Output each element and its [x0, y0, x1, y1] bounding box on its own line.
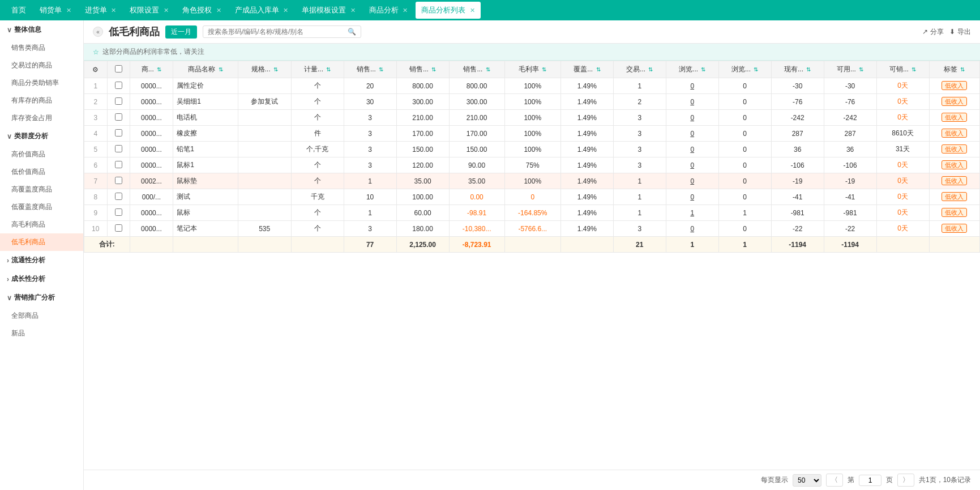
sidebar-item-low-coverage[interactable]: 低覆盖度商品 — [0, 198, 83, 216]
nav-item-products[interactable]: 产成品入库单 ✕ — [229, 2, 294, 19]
nav-item-templates[interactable]: 单据模板设置 ✕ — [296, 2, 361, 19]
close-icon[interactable]: ✕ — [283, 7, 288, 14]
tag-badge: 低收入 — [942, 144, 967, 154]
col-sales-profit[interactable]: 销售... ⇅ — [449, 61, 504, 78]
col-browse1[interactable]: 浏览... ⇅ — [666, 61, 718, 78]
nav-item-purchase[interactable]: 进货单 ✕ — [79, 2, 122, 19]
sidebar-item-traded-goods[interactable]: 交易过的商品 — [0, 57, 83, 74]
row-browse1[interactable]: 0 — [666, 189, 718, 205]
sidebar-item-high-coverage[interactable]: 高覆盖度商品 — [0, 181, 83, 198]
row-check[interactable] — [107, 205, 130, 221]
sidebar-group-marketing[interactable]: ∨ 营销推广分析 — [0, 288, 83, 307]
col-check[interactable] — [107, 61, 130, 78]
row-check[interactable] — [107, 157, 130, 173]
close-icon[interactable]: ✕ — [164, 7, 169, 14]
col-settings[interactable]: ⚙ — [84, 61, 108, 78]
col-browse2[interactable]: 浏览... ⇅ — [718, 61, 771, 78]
sidebar-item-high-margin[interactable]: 高毛利商品 — [0, 216, 83, 233]
col-name[interactable]: 商品名称 ⇅ — [173, 61, 238, 78]
sidebar-group-circulation[interactable]: › 流通性分析 — [0, 251, 83, 270]
row-checkbox[interactable] — [115, 113, 122, 121]
row-checkbox[interactable] — [115, 161, 122, 168]
row-check[interactable] — [107, 110, 130, 126]
nav-item-roles[interactable]: 角色授权 ✕ — [177, 2, 227, 19]
row-browse1[interactable]: 0 — [666, 157, 718, 173]
row-checkbox[interactable] — [115, 82, 122, 89]
row-checkbox[interactable] — [115, 224, 122, 232]
col-code[interactable]: 商... ⇅ — [130, 61, 173, 78]
row-browse1[interactable]: 0 — [666, 173, 718, 189]
close-icon[interactable]: ✕ — [403, 7, 408, 14]
share-button[interactable]: ↗ 分享 — [922, 27, 944, 37]
col-saleable[interactable]: 可销... ⇅ — [876, 61, 929, 78]
row-browse1[interactable]: 1 — [666, 205, 718, 221]
nav-item-home[interactable]: 首页 — [6, 2, 32, 19]
close-icon[interactable]: ✕ — [350, 7, 356, 14]
nav-item-analysis-list[interactable]: 商品分析列表 ✕ — [416, 2, 481, 19]
row-checkbox[interactable] — [115, 177, 122, 184]
sidebar-item-low-value[interactable]: 低价值商品 — [0, 163, 83, 181]
select-all-checkbox[interactable] — [115, 65, 122, 73]
sidebar-item-stock-funds[interactable]: 库存资金占用 — [0, 109, 83, 127]
row-check[interactable] — [107, 221, 130, 237]
row-saleable: 0天 — [876, 78, 929, 94]
row-check[interactable] — [107, 173, 130, 189]
sidebar-item-stocked-goods[interactable]: 有库存的商品 — [0, 92, 83, 109]
row-checkbox[interactable] — [115, 129, 122, 137]
row-checkbox[interactable] — [115, 208, 122, 216]
col-coverage[interactable]: 覆盖... ⇅ — [560, 61, 613, 78]
sidebar-item-category-rate[interactable]: 商品分类助销率 — [0, 74, 83, 92]
row-checkbox[interactable] — [115, 193, 122, 200]
row-check[interactable] — [107, 126, 130, 142]
row-checkbox[interactable] — [115, 145, 122, 152]
close-icon[interactable]: ✕ — [66, 7, 71, 14]
row-coverage: 1.49% — [560, 157, 613, 173]
col-gross-rate[interactable]: 毛利率 ⇅ — [504, 61, 560, 78]
sidebar-item-sales-goods[interactable]: 销售类商品 — [0, 39, 83, 57]
col-available[interactable]: 可用... ⇅ — [824, 61, 876, 78]
search-icon[interactable]: 🔍 — [348, 28, 356, 36]
sidebar-item-high-value[interactable]: 高价值商品 — [0, 146, 83, 163]
nav-item-analysis[interactable]: 商品分析 ✕ — [363, 2, 414, 19]
row-browse1[interactable]: 0 — [666, 94, 718, 110]
search-input[interactable] — [208, 28, 348, 36]
next-page-button[interactable]: 〉 — [897, 474, 914, 487]
close-icon[interactable]: ✕ — [216, 7, 221, 14]
row-checkbox[interactable] — [115, 97, 122, 105]
col-spec[interactable]: 规格... ⇅ — [238, 61, 291, 78]
page-number-input[interactable] — [859, 475, 881, 486]
sidebar-group-growth[interactable]: › 成长性分析 — [0, 270, 83, 288]
row-browse1[interactable]: 0 — [666, 126, 718, 142]
close-icon[interactable]: ✕ — [111, 7, 116, 14]
row-check[interactable] — [107, 142, 130, 157]
table-container[interactable]: ⚙ 商... ⇅ 商品名称 ⇅ 规格... ⇅ 计量... ⇅ 销售... ⇅ … — [84, 61, 980, 470]
col-tag[interactable]: 标签 ⇅ — [929, 61, 979, 78]
nav-item-permissions[interactable]: 权限设置 ✕ — [124, 2, 174, 19]
col-sales-amount[interactable]: 销售... ⇅ — [396, 61, 449, 78]
sidebar-group-overall[interactable]: ∨ 整体信息 — [0, 20, 83, 39]
filter-recent-month-button[interactable]: 近一月 — [165, 25, 197, 39]
export-button[interactable]: ⬇ 导出 — [949, 27, 971, 37]
prev-page-button[interactable]: 〈 — [826, 474, 843, 487]
col-sales-qty[interactable]: 销售... ⇅ — [344, 61, 396, 78]
row-browse1[interactable]: 0 — [666, 78, 718, 94]
sidebar-item-low-margin[interactable]: 低毛利商品 — [0, 233, 83, 251]
row-browse1[interactable]: 0 — [666, 110, 718, 126]
close-icon[interactable]: ✕ — [470, 7, 475, 14]
row-browse1[interactable]: 0 — [666, 221, 718, 237]
sidebar-item-all-goods[interactable]: 全部商品 — [0, 307, 83, 325]
row-check[interactable] — [107, 94, 130, 110]
nav-item-sales[interactable]: 销货单 ✕ — [34, 2, 77, 19]
col-transaction[interactable]: 交易... ⇅ — [613, 61, 666, 78]
row-check[interactable] — [107, 78, 130, 94]
col-current-stock[interactable]: 现有... ⇅ — [771, 61, 824, 78]
table-row: 6 0000... 鼠标1 个 3 120.00 90.00 75% 1.49%… — [84, 157, 980, 173]
col-unit[interactable]: 计量... ⇅ — [291, 61, 344, 78]
sidebar-group-cluster[interactable]: ∨ 类群度分析 — [0, 127, 83, 146]
sidebar-item-new-goods[interactable]: 新品 — [0, 325, 83, 342]
collapse-sidebar-button[interactable]: « — [93, 27, 103, 37]
chevron-down-icon: ∨ — [7, 294, 12, 302]
page-size-select[interactable]: 10 20 50 100 — [793, 474, 821, 487]
row-check[interactable] — [107, 189, 130, 205]
row-browse1[interactable]: 0 — [666, 142, 718, 157]
